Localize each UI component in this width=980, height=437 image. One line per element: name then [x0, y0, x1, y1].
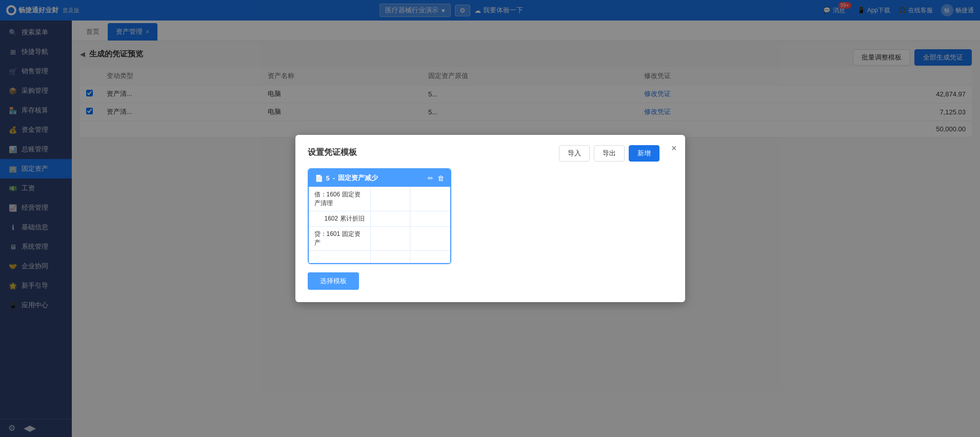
template-entry-row: 借：1606 固定资产清理 — [309, 187, 450, 211]
template-card-header-left: 📄 5 - 固定资产减少 — [315, 173, 378, 183]
template-card: 📄 5 - 固定资产减少 ✏ 🗑 借：1606 固定资产清理 — [308, 168, 451, 264]
dialog-toolbar: 导入 导出 新增 — [559, 145, 659, 162]
template-edit-icon[interactable]: ✏ — [428, 174, 433, 182]
entry-debit-2 — [370, 211, 410, 227]
dialog-body: 📄 5 - 固定资产减少 ✏ 🗑 借：1606 固定资产清理 — [308, 168, 673, 290]
entry-side-3: 贷：1601 固定资产 — [309, 227, 370, 251]
template-entry-row: 贷：1601 固定资产 — [309, 227, 450, 251]
template-id: 5 — [326, 174, 330, 182]
select-template-button[interactable]: 选择模板 — [308, 272, 359, 290]
export-button[interactable]: 导出 — [594, 145, 625, 162]
modal-overlay: × 设置凭证模板 导入 导出 新增 📄 5 - 固定资产减少 ✏ — [0, 0, 980, 437]
entry-credit-2 — [410, 211, 450, 227]
new-template-button[interactable]: 新增 — [629, 145, 659, 162]
entry-code-2: 1602 累计折旧 — [309, 211, 370, 227]
template-entry-row: 1602 累计折旧 — [309, 211, 450, 227]
import-button[interactable]: 导入 — [559, 145, 590, 162]
entry-empty — [309, 251, 370, 263]
template-separator: - — [333, 174, 335, 182]
template-doc-icon: 📄 — [315, 174, 323, 182]
voucher-template-dialog: × 设置凭证模板 导入 导出 新增 📄 5 - 固定资产减少 ✏ — [295, 135, 685, 302]
template-card-header: 📄 5 - 固定资产减少 ✏ 🗑 — [309, 169, 450, 187]
template-delete-icon[interactable]: 🗑 — [437, 174, 444, 182]
template-name: 固定资产减少 — [338, 173, 378, 183]
entry-debit-1 — [370, 187, 410, 211]
dialog-close-button[interactable]: × — [671, 143, 677, 154]
entry-credit-1 — [410, 187, 450, 211]
template-entries-table: 借：1606 固定资产清理 1602 累计折旧 贷：1601 固定资产 — [309, 187, 450, 263]
entry-credit-3 — [410, 227, 450, 251]
entry-debit-3 — [370, 227, 410, 251]
template-entry-row-empty — [309, 251, 450, 263]
template-card-header-actions: ✏ 🗑 — [428, 174, 444, 182]
entry-side-1: 借：1606 固定资产清理 — [309, 187, 370, 211]
